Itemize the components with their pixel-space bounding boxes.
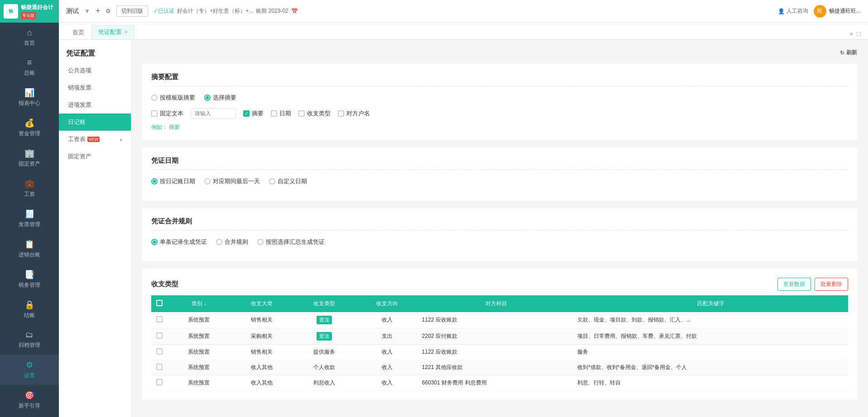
row-major: 收入其他 (230, 360, 293, 375)
checkbox-summary[interactable]: 摘要 (243, 109, 264, 118)
service-button[interactable]: 👤 人工咨询 (778, 7, 808, 15)
left-panel-public[interactable]: 公共选项 (59, 62, 131, 79)
example-text: 例如： 摘要 (151, 123, 848, 131)
radio-journal-date[interactable]: 按日记账日期 (151, 177, 195, 185)
row-subject: 1122 应收账款 (418, 345, 574, 360)
merge-rules-radio-group: 单条记录生成凭证 合并规则 按照选择汇总生成凭证 (151, 238, 848, 246)
radio-template[interactable]: 按模板版摘要 (151, 94, 195, 102)
window-close-button[interactable]: × (849, 30, 853, 38)
batch-delete-button[interactable]: 批量删除 (815, 278, 848, 291)
voucher-date-title: 凭证日期 (151, 156, 848, 170)
page-title-left: 凭证配置 (59, 43, 131, 62)
left-panel-salary-table[interactable]: 工资表 NEW › (59, 131, 131, 148)
row-keywords: 收到*借款、收到*备用金、退回*备用金、个人 (574, 360, 848, 375)
row-keywords: 项目、日常费用、报销款、车费、承兑汇票、付款 (574, 328, 848, 345)
row-checkbox-cell (151, 328, 168, 345)
left-panel-fixed-assets[interactable]: 固定资产 (59, 148, 131, 165)
update-data-button[interactable]: 更新数据 (777, 278, 811, 291)
radio-select-total[interactable]: 按照选择汇总生成凭证 (257, 238, 325, 246)
sidebar-item-salary[interactable]: 💼 工资 (0, 173, 59, 204)
sidebar-item-home[interactable]: ⌂ 首页 (0, 23, 59, 52)
panel-header: ↻ 刷新 (142, 49, 857, 57)
checkbox-date-box (271, 110, 277, 117)
topbar-status-tags: ✓已认证 好会计（专）+好生意（标）+... 账期 2023-02 📅 (153, 7, 297, 15)
sidebar-item-guide[interactable]: 🎯 新手引导 (0, 385, 59, 415)
summary-config-section: 摘要配置 按模板版摘要 选择摘要 固定文本 (142, 64, 857, 140)
calendar-icon: 📅 (291, 8, 298, 14)
radio-select[interactable]: 选择摘要 (204, 94, 236, 102)
sidebar-item-purchase[interactable]: 📋 进销台账 (0, 234, 59, 264)
row-major: 收入其他 (230, 375, 293, 391)
home-icon: ⌂ (27, 28, 32, 38)
sidebar-item-settings[interactable]: ⚙ 设置 (0, 355, 59, 385)
tab-home[interactable]: 首页 (66, 26, 91, 39)
period-tag: 账期 2023-02 (256, 7, 288, 15)
sidebar-item-reports[interactable]: 📊 报表中心 (0, 82, 59, 113)
checkbox-row: 固定文本 摘要 日期 收支类型 (151, 108, 848, 119)
service-icon: 👤 (778, 8, 785, 14)
sidebar-item-funds[interactable]: 💰 资金管理 (0, 113, 59, 143)
pro-badge: 专业版 (21, 12, 36, 19)
row-major: 销售相关 (230, 345, 293, 360)
tab-close-icon[interactable]: × (125, 29, 128, 35)
row-subject: 660301 财务费用 利息费用 (418, 375, 574, 391)
type-tag-button[interactable]: 置顶 (317, 332, 332, 341)
row-type: 个人收款 (293, 360, 355, 375)
income-expense-title: 收支类型 (151, 280, 178, 289)
topbar-plus-icon[interactable]: + (96, 6, 101, 16)
fixed-text-input[interactable] (191, 108, 236, 119)
th-checkbox (151, 295, 168, 312)
row-checkbox-cell (151, 345, 168, 360)
sidebar-item-closing[interactable]: 🔒 结账 (0, 294, 59, 325)
radio-select-total-circle (257, 239, 264, 245)
window-max-button[interactable]: □ (857, 30, 861, 38)
th-keywords: 匹配关键字 (574, 295, 848, 312)
sidebar-item-member[interactable]: V 畅会员 (0, 415, 59, 417)
row-checkbox[interactable] (156, 332, 163, 339)
left-panel-purchase-invoice[interactable]: 进项发票 (59, 96, 131, 114)
row-direction: 收入 (355, 360, 418, 375)
row-keywords: 利息、行转、转自 (574, 375, 848, 391)
radio-period-last-circle (204, 178, 211, 185)
switch-version-button[interactable]: 切到旧版 (116, 5, 148, 17)
row-type: 置顶 (293, 312, 355, 328)
checkbox-fixed-text[interactable]: 固定文本 (151, 109, 183, 118)
sidebar-item-invoice[interactable]: 🧾 发票管理 (0, 204, 59, 234)
tab-voucher-config[interactable]: 凭证配置 × (91, 25, 134, 39)
salary-icon: 💼 (24, 179, 34, 189)
row-checkbox[interactable] (156, 379, 163, 385)
radio-merge[interactable]: 合并规则 (216, 238, 248, 246)
sidebar-item-tax[interactable]: 📑 税务管理 (0, 264, 59, 294)
radio-custom-date[interactable]: 自定义日期 (269, 177, 307, 185)
row-category: 系统预置 (168, 312, 230, 328)
user-avatar-area[interactable]: 旺 畅捷通旺旺... (814, 5, 861, 18)
topbar-chevron-icon[interactable]: ▼ (84, 8, 90, 14)
header-checkbox[interactable] (156, 300, 163, 306)
checkbox-counterpart[interactable]: 对方户名 (338, 109, 370, 118)
merge-rules-title: 凭证合并规则 (151, 217, 848, 231)
left-panel-journal[interactable]: 日记账 (59, 114, 131, 131)
sidebar-logo: 畅 畅捷通好会计 专业版 (0, 0, 59, 23)
topbar-gear-icon[interactable]: ⚙ (106, 8, 111, 14)
sidebar-item-archive[interactable]: 🗂 归档管理 (0, 325, 59, 355)
radio-journal-date-circle (151, 178, 158, 185)
radio-merge-circle (216, 239, 222, 245)
sidebar-item-assets[interactable]: 🏢 固定资产 (0, 143, 59, 173)
row-checkbox[interactable] (156, 364, 163, 370)
row-checkbox-cell (151, 375, 168, 391)
refresh-button[interactable]: ↻ 刷新 (840, 49, 857, 57)
row-checkbox[interactable] (156, 316, 163, 322)
checkbox-date[interactable]: 日期 (271, 109, 291, 118)
row-direction: 收入 (355, 345, 418, 360)
radio-period-last[interactable]: 对应期间最后一天 (204, 177, 260, 185)
type-tag-button[interactable]: 置顶 (317, 316, 332, 324)
row-checkbox[interactable] (156, 348, 163, 355)
sidebar-item-ledger[interactable]: ≡ 总账 (0, 52, 59, 82)
left-panel-sales-invoice[interactable]: 销项发票 (59, 79, 131, 96)
radio-single[interactable]: 单条记录生成凭证 (151, 238, 207, 246)
salary-row: 工资表 NEW › (68, 135, 122, 143)
assets-icon: 🏢 (24, 148, 34, 158)
main-panel: ↻ 刷新 摘要配置 按模板版摘要 选择摘要 (131, 40, 868, 417)
checkbox-payment-type[interactable]: 收支类型 (298, 109, 331, 118)
topbar: 测试 ▼ + ⚙ 切到旧版 ✓已认证 好会计（专）+好生意（标）+... 账期 … (59, 0, 868, 23)
